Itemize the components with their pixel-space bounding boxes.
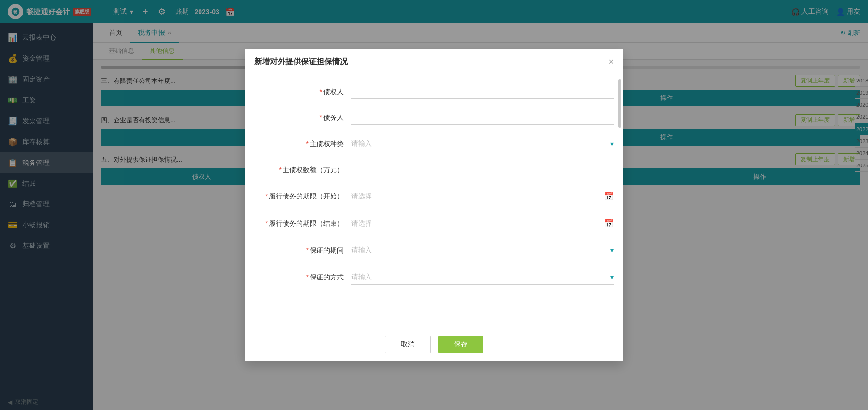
guarantee-period-select[interactable]: 请输入 ▾ <box>351 243 614 258</box>
form-row-claim-type: *主债权种类 请输入 ▾ <box>264 136 614 151</box>
claim-type-arrow-icon: ▾ <box>610 140 614 148</box>
period-start-picker[interactable]: 请选择 📅 <box>351 189 614 204</box>
form-row-period-start: *履行债务的期限（开始） 请选择 📅 <box>264 189 614 204</box>
claim-type-select[interactable]: 请输入 ▾ <box>351 136 614 151</box>
form-row-debtor: *债务人 <box>264 111 614 125</box>
dialog-header: 新增对外提供保证担保情况 × <box>245 49 623 75</box>
period-end-label: *履行债务的期限（结束） <box>264 219 351 228</box>
form-row-claim-amount: *主债权数额（万元） <box>264 163 614 177</box>
debtor-label: *债务人 <box>264 114 351 122</box>
guarantee-method-arrow-icon: ▾ <box>610 273 614 281</box>
guarantee-method-placeholder: 请输入 <box>351 273 610 281</box>
claim-amount-label: *主债权数额（万元） <box>264 166 351 175</box>
guarantee-period-placeholder: 请输入 <box>351 246 610 255</box>
period-end-picker[interactable]: 请选择 📅 <box>351 216 614 231</box>
dialog-close-btn[interactable]: × <box>608 57 614 67</box>
period-end-placeholder: 请选择 <box>351 219 604 228</box>
form-row-period-end: *履行债务的期限（结束） 请选择 📅 <box>264 216 614 231</box>
dialog-scroll-thumb <box>618 79 621 128</box>
period-start-placeholder: 请选择 <box>351 192 604 201</box>
period-start-calendar-icon: 📅 <box>604 192 614 201</box>
dialog-body: *债权人 *债务人 *主债权种类 请输入 <box>245 75 623 328</box>
form-row-creditor: *债权人 <box>264 85 614 99</box>
dialog-title: 新增对外提供保证担保情况 <box>254 57 348 67</box>
overlay[interactable]: 新增对外提供保证担保情况 × *债权人 *债务人 <box>0 0 868 410</box>
cancel-button[interactable]: 取消 <box>385 336 431 353</box>
claim-type-label: *主债权种类 <box>264 140 351 148</box>
save-button[interactable]: 保存 <box>438 336 483 353</box>
claim-type-placeholder: 请输入 <box>351 139 610 148</box>
period-end-calendar-icon: 📅 <box>604 219 614 228</box>
creditor-input[interactable] <box>351 85 614 99</box>
claim-amount-input[interactable] <box>351 163 614 177</box>
form-row-guarantee-method: *保证的方式 请输入 ▾ <box>264 270 614 285</box>
guarantee-period-label: *保证的期间 <box>264 246 351 255</box>
dialog-scrollbar[interactable] <box>618 75 621 328</box>
period-start-label: *履行债务的期限（开始） <box>264 192 351 201</box>
form-row-guarantee-period: *保证的期间 请输入 ▾ <box>264 243 614 258</box>
dialog: 新增对外提供保证担保情况 × *债权人 *债务人 <box>245 49 623 361</box>
debtor-input[interactable] <box>351 111 614 125</box>
guarantee-method-select[interactable]: 请输入 ▾ <box>351 270 614 285</box>
dialog-footer: 取消 保存 <box>245 328 623 361</box>
dialog-body-wrapper: *债权人 *债务人 *主债权种类 请输入 <box>245 75 623 328</box>
guarantee-period-arrow-icon: ▾ <box>610 246 614 254</box>
guarantee-method-label: *保证的方式 <box>264 273 351 282</box>
creditor-label: *债权人 <box>264 88 351 97</box>
